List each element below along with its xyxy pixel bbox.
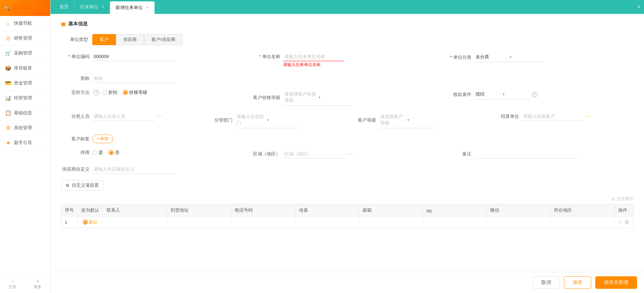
region-more-btn[interactable]: ···	[346, 151, 354, 157]
row-fax[interactable]	[295, 217, 359, 228]
batch-delete-label[interactable]: 批量删除	[617, 196, 634, 202]
search-icon: 🔍	[4, 6, 10, 11]
tab-home[interactable]: 首页	[54, 0, 74, 14]
sidebar-item-finance[interactable]: 💳 资金管理	[0, 76, 50, 91]
form-content: ▣ 基本信息 单位类型 客户 供应商 客户/供应商 单位编码 单位名称 请输入往…	[50, 14, 644, 272]
section-header: ▣ 基本信息	[61, 21, 634, 27]
remarks-label: 备注	[443, 151, 474, 157]
basic-info-icon: 📋	[5, 110, 11, 116]
row-contact[interactable]	[103, 217, 167, 228]
region-field: 区域（地区） ···	[252, 149, 442, 158]
unit-name-field: 单位名称 请输入往来单位名称	[252, 52, 442, 68]
section-icon: ▣	[61, 21, 65, 27]
department-select[interactable]: 请输入分管部门 ▾	[235, 112, 298, 128]
unit-name-label: 单位名称	[252, 54, 283, 60]
tab-new-partner-close[interactable]: ×	[146, 5, 149, 10]
row-wechat[interactable]	[486, 217, 550, 228]
add-tag-button[interactable]: + 标签	[92, 135, 113, 143]
region-input[interactable]	[283, 149, 346, 158]
tab-new-partner[interactable]: 新增往来单位 ×	[110, 1, 155, 14]
pricing-radio-group: 折扣 价格等级	[102, 89, 147, 96]
inventory-icon: 📦	[5, 65, 11, 71]
col-default: 设为默认	[78, 204, 103, 217]
remarks-field: 备注	[443, 149, 634, 158]
col-phone: 电话号码	[231, 204, 295, 217]
department-arrow: ▾	[267, 118, 297, 122]
guide-icon: ★	[5, 140, 11, 146]
tab-partners[interactable]: 往来单位 ×	[74, 0, 110, 14]
unit-category-label: 单位分类	[443, 54, 474, 60]
type-btn-customer[interactable]: 客户	[92, 34, 116, 45]
type-btn-both[interactable]: 客户/供应商	[144, 34, 183, 45]
sidebar-search[interactable]: 🔍 搜索菜单	[0, 2, 50, 14]
custom-settings-button[interactable]: ⚙ 自定义项设置	[61, 180, 103, 190]
customer-price-level-arrow: ▾	[319, 95, 351, 100]
manager-more-btn[interactable]: ···	[155, 113, 163, 120]
save-button[interactable]: 保存	[564, 276, 591, 289]
customer-price-level-field: 客户价格等级 请选择客户价格等级 ▾	[252, 89, 442, 106]
sidebar-item-guide[interactable]: ★ 新手引导	[0, 136, 50, 150]
form-row-7: 供应商自定义	[61, 165, 634, 174]
pricing-help-icon[interactable]: ?	[94, 90, 99, 95]
radio-disabled-no-circle	[109, 150, 113, 155]
cancel-button[interactable]: 取消	[533, 276, 560, 289]
sidebar-item-inventory[interactable]: 📦 库存核算	[0, 61, 50, 76]
customer-level-label: 客户等级	[347, 117, 379, 123]
tab-partners-close[interactable]: ×	[102, 5, 104, 9]
tab-bar: 首页 往来单位 × 新增往来单位 × ×	[50, 0, 644, 14]
save-new-button[interactable]: 保存并新增	[595, 276, 637, 289]
row-delete-btn[interactable]: 🗑	[624, 219, 630, 225]
row-default-radio[interactable]: 默认	[81, 219, 99, 225]
col-no: 序号	[61, 204, 78, 217]
row-phone[interactable]	[231, 217, 295, 228]
unit-name-input[interactable]	[283, 52, 344, 61]
manager-input[interactable]	[92, 112, 155, 121]
radio-discount[interactable]: 折扣	[102, 89, 117, 96]
purchase-icon: 🛒	[5, 50, 11, 56]
sidebar-item-basic-info[interactable]: 📋 基础信息	[0, 106, 50, 121]
batch-delete-area: 🗑 批量删除	[61, 196, 634, 202]
row-qq[interactable]	[423, 217, 487, 228]
radio-price-level-circle	[123, 90, 128, 95]
col-fax: 传真	[295, 204, 359, 217]
sidebar-bottom-home[interactable]: ⌂ 主页	[9, 279, 16, 290]
row-add-btn[interactable]: +	[618, 219, 621, 225]
sidebar-item-purchase[interactable]: 🛒 采购管理	[0, 46, 50, 61]
radio-disabled-no[interactable]: 否	[109, 149, 119, 156]
home-icon: ⌂	[5, 20, 11, 26]
row-address[interactable]	[167, 217, 231, 228]
payment-terms-arrow: ▾	[503, 92, 528, 97]
sidebar-item-sales[interactable]: ◎ 销售管理	[0, 31, 50, 46]
payment-terms-help-icon[interactable]: ?	[532, 92, 537, 97]
unit-code-input[interactable]	[92, 52, 176, 61]
delete-icon: 🗑	[611, 197, 615, 202]
form-row-5: 客户标签 + 标签	[61, 135, 634, 143]
radio-disabled-yes[interactable]: 是	[92, 149, 103, 156]
remarks-input[interactable]	[474, 149, 579, 158]
region-label: 区域（地区）	[252, 151, 283, 157]
sales-icon: ◎	[5, 35, 11, 41]
sidebar-item-system[interactable]: ⚙ 系统管理	[0, 121, 50, 136]
settlement-more-btn[interactable]: ···	[584, 113, 593, 120]
customer-price-level-select[interactable]: 请选择客户价格等级 ▾	[283, 89, 353, 106]
radio-price-level[interactable]: 价格等级	[123, 89, 147, 96]
customer-level-field: 客户等级 请选择客户等级 ▾	[347, 112, 490, 128]
settlement-input[interactable]	[522, 112, 584, 121]
payment-terms-select[interactable]: 现结 ▾	[474, 89, 530, 99]
short-name-input[interactable]	[92, 74, 176, 83]
form-row-3: 定价方法 ? 折扣 价格等级 客户价格等级 请选择客户价格等级	[61, 89, 634, 106]
type-btn-supplier[interactable]: 供应商	[116, 34, 144, 45]
sidebar-item-operations[interactable]: 📊 经营管理	[0, 91, 50, 106]
sidebar-item-quick-nav[interactable]: ⌂ 快捷导航	[0, 16, 50, 31]
row-email[interactable]	[359, 217, 423, 228]
supplier-custom-input[interactable]	[92, 165, 176, 174]
unit-name-error: 请输入往来单位名称	[283, 62, 321, 68]
sidebar-bottom-more[interactable]: ≡ 更多	[34, 279, 41, 290]
row-region[interactable]	[550, 217, 614, 228]
pricing-method-label: 定价方法	[61, 89, 92, 96]
form-row-4: 分管人员 ··· 分管部门 请输入分管部门 ▾ 客户等级 请选择客户等级 ▾ 结…	[61, 112, 634, 128]
customer-level-select[interactable]: 请选择客户等级 ▾	[379, 112, 434, 128]
close-all-tabs-button[interactable]: ×	[637, 4, 641, 10]
unit-category-select[interactable]: 未分类 ▾	[474, 52, 544, 62]
supplier-custom-label: 供应商自定义	[61, 166, 92, 172]
